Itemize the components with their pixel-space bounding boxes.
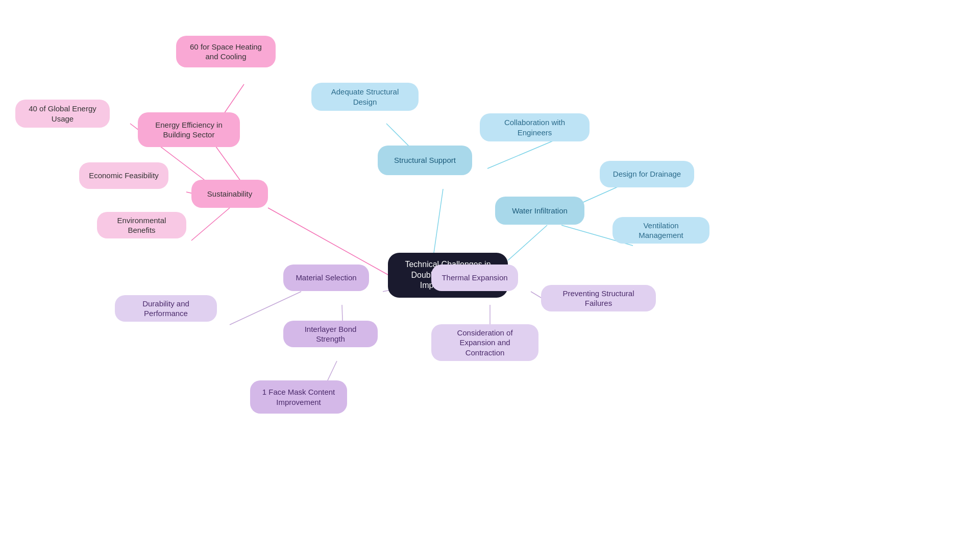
expansion-contraction-node[interactable]: Consideration of Expansion and Contracti…	[431, 324, 538, 361]
interlayer-bond-node[interactable]: Interlayer Bond Strength	[283, 321, 378, 347]
global-energy-node[interactable]: 40 of Global Energy Usage	[15, 100, 110, 128]
svg-line-9	[508, 225, 547, 260]
material-selection-node[interactable]: Material Selection	[283, 265, 369, 291]
environmental-benefits-node[interactable]: Environmental Benefits	[97, 212, 186, 238]
face-mask-node[interactable]: 1 Face Mask Content Improvement	[250, 380, 347, 414]
economic-feasibility-node[interactable]: Economic Feasibility	[79, 162, 168, 189]
heating-cooling-node[interactable]: 60 for Space Heating and Cooling	[176, 36, 276, 67]
adequate-structural-node[interactable]: Adequate Structural Design	[311, 83, 419, 111]
svg-line-6	[434, 189, 443, 253]
sustainability-node[interactable]: Sustainability	[191, 180, 268, 208]
thermal-expansion-node[interactable]: Thermal Expansion	[431, 265, 518, 291]
svg-line-13	[230, 292, 301, 325]
ventilation-management-node[interactable]: Ventilation Management	[612, 217, 709, 244]
water-infiltration-node[interactable]: Water Infiltration	[495, 197, 584, 225]
svg-line-5	[191, 208, 230, 241]
collaboration-engineers-node[interactable]: Collaboration with Engineers	[480, 113, 590, 141]
energy-efficiency-node[interactable]: Energy Efficiency in Building Sector	[138, 112, 240, 147]
preventing-failures-node[interactable]: Preventing Structural Failures	[541, 285, 656, 311]
structural-support-node[interactable]: Structural Support	[378, 146, 472, 175]
design-drainage-node[interactable]: Design for Drainage	[600, 161, 694, 187]
durability-performance-node[interactable]: Durability and Performance	[115, 295, 217, 322]
svg-line-8	[487, 140, 555, 169]
